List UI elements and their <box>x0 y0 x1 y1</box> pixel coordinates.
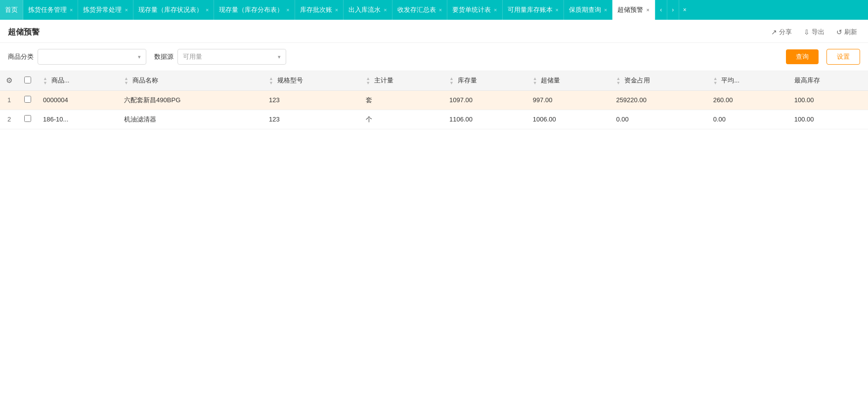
row-stock-1: 1106.00 <box>443 110 527 129</box>
datasource-label: 数据源 <box>154 52 174 61</box>
row-overstock-0: 997.00 <box>527 90 610 110</box>
category-dropdown-icon: ▾ <box>138 54 141 60</box>
nav-tab-10-close[interactable]: × <box>604 7 607 13</box>
nav-tab-7[interactable]: 收发存汇总表 × <box>392 0 447 20</box>
datasource-select[interactable]: 可用量 ▾ <box>177 49 286 65</box>
main-content: 超储预警 ↗ 分享 ⇩ 导出 ↺ 刷新 商品分类 ▾ 数据源 <box>0 20 868 395</box>
th-avg[interactable]: ▲▼ 平均... <box>707 71 788 90</box>
nav-tab-9[interactable]: 可用量库存账本 × <box>503 0 564 20</box>
row-capital-1: 0.00 <box>610 110 707 129</box>
code-sort-icon: ▲▼ <box>43 77 47 85</box>
header-actions: ↗ 分享 ⇩ 导出 ↺ 刷新 <box>768 26 860 39</box>
category-filter-group: 商品分类 ▾ <box>8 49 146 65</box>
share-button[interactable]: ↗ 分享 <box>768 26 795 39</box>
nav-prev-arrow[interactable]: ‹ <box>655 0 667 20</box>
nav-tab-11-label: 超储预警 <box>617 5 643 14</box>
nav-tab-6[interactable]: 出入库流水 × <box>344 0 392 20</box>
nav-more-arrow[interactable]: × <box>679 0 691 20</box>
row-stock-0: 1097.00 <box>443 90 527 110</box>
th-spec[interactable]: ▲▼ 规格型号 <box>263 71 360 90</box>
row-checkbox-cell-0[interactable] <box>18 90 37 110</box>
nav-tab-home-label: 首页 <box>5 5 18 14</box>
nav-tab-8[interactable]: 要货单统计表 × <box>447 0 502 20</box>
query-button[interactable]: 查询 <box>786 49 819 64</box>
nav-tab-1-label: 拣货任务管理 <box>28 5 67 14</box>
export-button[interactable]: ⇩ 导出 <box>801 26 827 39</box>
nav-tab-8-label: 要货单统计表 <box>452 5 491 14</box>
th-name-label: 商品名称 <box>132 77 158 84</box>
share-label: 分享 <box>779 28 792 37</box>
nav-tab-3[interactable]: 现存量（库存状况表） × <box>133 0 214 20</box>
row-code-0: 0000004 <box>37 90 118 110</box>
nav-tab-5[interactable]: 库存批次账 × <box>295 0 344 20</box>
th-name[interactable]: ▲▼ 商品名称 <box>118 71 263 90</box>
row-maxstock-1: 100.00 <box>788 110 868 129</box>
refresh-button[interactable]: ↺ 刷新 <box>833 26 860 39</box>
nav-tab-3-label: 现存量（库存状况表） <box>138 5 203 14</box>
table-header-row: ⚙ ▲▼ 商品... ▲▼ 商品名称 ▲▼ 规格型号 <box>0 71 868 90</box>
table-row: 2 186-10... 机油滤清器 123 个 1106.00 1006.00 … <box>0 110 868 129</box>
refresh-label: 刷新 <box>844 28 857 37</box>
nav-tab-2[interactable]: 拣货异常处理 × <box>78 0 133 20</box>
row-checkbox-cell-1[interactable] <box>18 110 37 129</box>
stock-sort-icon: ▲▼ <box>449 77 454 85</box>
name-sort-icon: ▲▼ <box>124 77 129 85</box>
export-label: 导出 <box>812 28 825 37</box>
set-button[interactable]: 设置 <box>826 49 860 65</box>
refresh-icon: ↺ <box>836 28 842 36</box>
nav-tab-11-close[interactable]: × <box>646 7 649 13</box>
row-name-0: 六配套新昌490BPG <box>118 90 263 110</box>
nav-tab-3-close[interactable]: × <box>206 7 209 13</box>
th-avg-label: 平均... <box>721 77 739 84</box>
nav-tab-2-label: 拣货异常处理 <box>83 5 122 14</box>
th-overstock-label: 超储量 <box>541 77 560 84</box>
nav-tab-4[interactable]: 现存量（库存分布表） × <box>214 0 295 20</box>
nav-tab-7-close[interactable]: × <box>439 7 442 13</box>
share-icon: ↗ <box>771 28 777 36</box>
row-num-0: 1 <box>0 90 18 110</box>
nav-tab-5-close[interactable]: × <box>335 7 338 13</box>
column-settings-icon[interactable]: ⚙ <box>6 76 12 85</box>
th-code-label: 商品... <box>51 77 70 84</box>
nav-tab-2-close[interactable]: × <box>125 7 128 13</box>
th-overstock[interactable]: ▲▼ 超储量 <box>527 71 610 90</box>
row-maxstock-0: 100.00 <box>788 90 868 110</box>
row-unit-0: 套 <box>360 90 443 110</box>
nav-tab-4-close[interactable]: × <box>286 7 289 13</box>
nav-tab-9-close[interactable]: × <box>556 7 559 13</box>
row-checkbox-0[interactable] <box>24 96 31 103</box>
th-capital-label: 资金占用 <box>624 77 650 84</box>
row-overstock-1: 1006.00 <box>527 110 610 129</box>
select-all-checkbox[interactable] <box>24 77 31 83</box>
row-checkbox-1[interactable] <box>24 115 31 122</box>
nav-tab-11[interactable]: 超储预警 × <box>612 0 654 20</box>
th-unit-label: 主计量 <box>374 77 393 84</box>
nav-tab-1[interactable]: 拣货任务管理 × <box>23 0 78 20</box>
nav-tab-6-label: 出入库流水 <box>348 5 381 14</box>
nav-tab-home[interactable]: 首页 <box>0 0 23 20</box>
row-name-1: 机油滤清器 <box>118 110 263 129</box>
page-header: 超储预警 ↗ 分享 ⇩ 导出 ↺ 刷新 <box>0 20 868 43</box>
nav-tab-6-close[interactable]: × <box>384 7 387 13</box>
th-capital[interactable]: ▲▼ 资金占用 <box>610 71 707 90</box>
overstock-sort-icon: ▲▼ <box>533 77 537 85</box>
category-select[interactable]: ▾ <box>38 49 146 65</box>
row-avg-1: 0.00 <box>707 110 788 129</box>
th-unit[interactable]: ▲▼ 主计量 <box>360 71 443 90</box>
nav-tab-1-close[interactable]: × <box>70 7 73 13</box>
nav-tab-8-close[interactable]: × <box>494 7 497 13</box>
th-code[interactable]: ▲▼ 商品... <box>37 71 118 90</box>
datasource-dropdown-icon: ▾ <box>278 54 281 60</box>
avg-sort-icon: ▲▼ <box>713 77 718 85</box>
filter-row: 商品分类 ▾ 数据源 可用量 ▾ 查询 设置 <box>0 43 868 71</box>
nav-tab-10[interactable]: 保质期查询 × <box>564 0 612 20</box>
row-unit-1: 个 <box>360 110 443 129</box>
th-stock[interactable]: ▲▼ 库存量 <box>443 71 527 90</box>
nav-tab-9-label: 可用量库存账本 <box>508 5 553 14</box>
th-stock-label: 库存量 <box>458 77 477 84</box>
row-spec-0: 123 <box>263 90 360 110</box>
checkbox-header[interactable] <box>18 71 37 90</box>
nav-next-arrow[interactable]: › <box>667 0 679 20</box>
row-capital-0: 259220.00 <box>610 90 707 110</box>
th-maxstock: 最高库存 <box>788 71 868 90</box>
